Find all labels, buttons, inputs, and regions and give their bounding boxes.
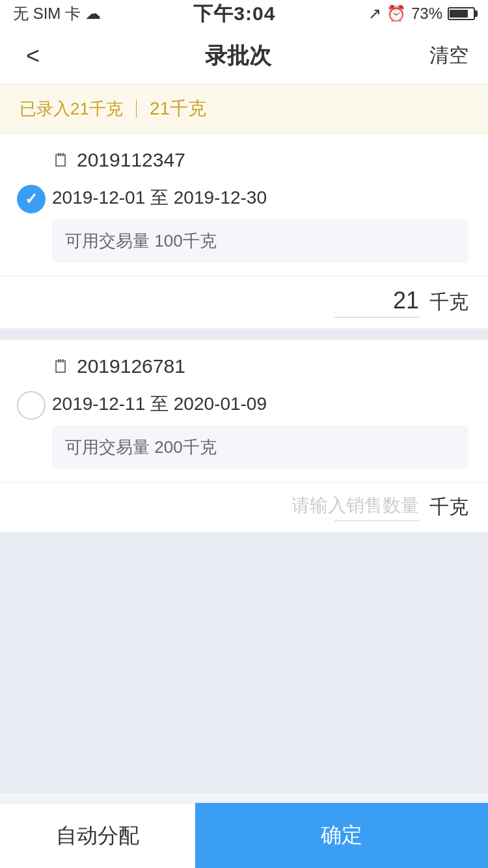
clear-button[interactable]: 清空 (429, 42, 468, 69)
batch1-unit: 千克 (429, 289, 468, 316)
bottom-bar: 自动分配 确定 (0, 803, 488, 868)
content-wrapper: 🗒 2019112347 2019-12-01 至 2019-12-30 可用交… (0, 133, 488, 858)
status-bar: 无 SIM 卡 ☁ 下午3:04 ↗ ⏰ 73% (0, 0, 488, 27)
nav-bar: < 录批次 清空 (0, 27, 488, 85)
battery-icon (448, 7, 475, 20)
info-banner: 已录入21千克 21千克 (0, 85, 488, 133)
banner-amount: 21千克 (150, 96, 206, 121)
batch2-radio-circle[interactable] (17, 391, 46, 420)
confirm-button[interactable]: 确定 (195, 803, 488, 868)
batch1-id: 2019112347 (77, 149, 185, 171)
batch1-header: 🗒 2019112347 (0, 133, 488, 179)
batch-card-2: 🗒 2019126781 2019-12-11 至 2020-01-09 可用交… (0, 340, 488, 532)
status-time: 下午3:04 (193, 1, 275, 27)
batch1-available: 可用交易量 100千克 (52, 219, 468, 263)
signal-icon: ↗ (368, 5, 381, 23)
batch2-unit: 千克 (429, 494, 468, 521)
batch2-header: 🗒 2019126781 (0, 340, 488, 385)
batch2-available: 可用交易量 200千克 (52, 426, 468, 469)
batch2-radio[interactable] (17, 391, 46, 420)
batch1-radio[interactable] (17, 185, 46, 213)
page-title: 录批次 (205, 41, 271, 71)
batch2-quantity-placeholder[interactable]: 请输入销售数量 (291, 493, 419, 518)
batch2-date-range: 2019-12-11 至 2020-01-09 (52, 392, 267, 416)
sim-label: 无 SIM 卡 ☁ (13, 3, 101, 24)
empty-space (0, 533, 488, 793)
batch1-id-row: 🗒 2019112347 (52, 149, 468, 171)
batch1-quantity-row: 21 千克 (0, 276, 488, 328)
status-right: ↗ ⏰ 73% (368, 5, 475, 23)
batch2-quantity-row: 请输入销售数量 千克 (0, 482, 488, 532)
batch1-radio-circle[interactable] (17, 185, 46, 213)
batch2-date-row[interactable]: 2019-12-11 至 2020-01-09 (0, 385, 488, 426)
recorded-label: 已录入21千克 (20, 98, 123, 120)
section-separator (0, 329, 488, 340)
battery-percent: 73% (411, 5, 442, 23)
batch1-input-underline (334, 317, 419, 318)
banner-divider (136, 100, 137, 118)
batch1-date-range: 2019-12-01 至 2019-12-30 (52, 185, 267, 210)
batch2-doc-icon: 🗒 (52, 356, 70, 377)
batch1-quantity-value[interactable]: 21 (393, 287, 419, 314)
auto-distribute-button[interactable]: 自动分配 (0, 803, 195, 868)
batch1-doc-icon: 🗒 (52, 150, 70, 171)
back-button[interactable]: < (20, 36, 46, 76)
alarm-icon: ⏰ (386, 5, 406, 23)
batch2-id: 2019126781 (77, 355, 185, 377)
batch-card-1: 🗒 2019112347 2019-12-01 至 2019-12-30 可用交… (0, 133, 488, 328)
batch2-id-row: 🗒 2019126781 (52, 355, 468, 377)
batch2-input-underline (334, 521, 419, 521)
batch1-input-wrap[interactable]: 21 (334, 287, 419, 318)
batch2-input-wrap[interactable]: 请输入销售数量 (291, 493, 419, 521)
status-left: 无 SIM 卡 ☁ (13, 3, 101, 24)
batch1-date-row[interactable]: 2019-12-01 至 2019-12-30 (0, 179, 488, 219)
